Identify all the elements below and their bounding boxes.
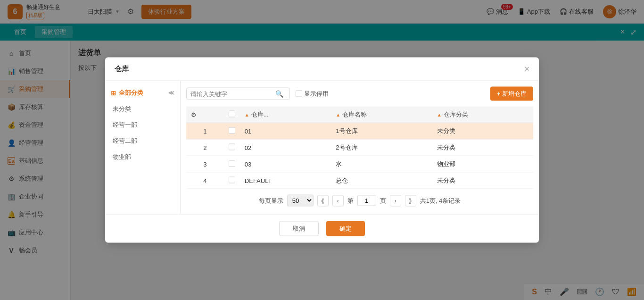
last-page-btn[interactable]: ⟫ <box>405 195 416 206</box>
modal-footer: 取消 确定 <box>105 214 539 243</box>
row-index: 2 <box>186 139 224 156</box>
row-check-cell <box>224 123 240 139</box>
page-label: 第 <box>347 196 354 205</box>
warehouse-table: ⚙ ▲仓库... ▲仓库名称 ▲仓库分类 1 01 1号仓库 未分类 2 <box>186 107 533 189</box>
category-item-uncategorized[interactable]: 未分类 <box>105 101 180 117</box>
row-name-3: 水 <box>331 156 432 172</box>
modal-header: 仓库 × <box>105 58 539 81</box>
grid-icon: ⊞ <box>111 89 116 96</box>
row-checkbox-4[interactable] <box>229 176 235 183</box>
table-row[interactable]: 3 03 水 物业部 <box>186 156 533 172</box>
category-all[interactable]: ⊞ 全部分类 ≪ <box>105 85 180 101</box>
modal-title: 仓库 <box>115 65 129 74</box>
page-unit: 页 <box>380 196 386 205</box>
pagination: 每页显示 50 100 ⟪ ‹ 第 页 › ⟫ 共1页, 4条记录 <box>186 189 533 208</box>
first-page-btn[interactable]: ⟪ <box>317 195 329 206</box>
modal-close-button[interactable]: × <box>524 64 529 74</box>
row-check-cell <box>224 156 240 172</box>
show-disabled-checkbox[interactable]: 显示停用 <box>296 90 329 98</box>
category-item-operations1[interactable]: 经营一部 <box>105 117 180 133</box>
per-page-label: 每页显示 <box>259 196 283 205</box>
col-check <box>224 107 240 123</box>
next-page-btn[interactable]: › <box>390 195 401 206</box>
per-page-select[interactable]: 50 100 <box>287 195 314 207</box>
select-all-checkbox[interactable] <box>229 110 235 117</box>
search-box[interactable]: 🔍 <box>186 88 290 100</box>
col-category: ▲仓库分类 <box>432 107 533 123</box>
category-all-label: 全部分类 <box>119 89 143 97</box>
category-panel: ⊞ 全部分类 ≪ 未分类 经营一部 经营二部 物业部 <box>105 81 181 214</box>
row-index: 4 <box>186 172 224 189</box>
table-row[interactable]: 4 DEFAULT 总仓 未分类 <box>186 172 533 189</box>
row-code-2: 02 <box>240 139 331 156</box>
row-checkbox-2[interactable] <box>229 143 235 150</box>
row-category-3: 物业部 <box>432 156 533 172</box>
table-row[interactable]: 1 01 1号仓库 未分类 <box>186 123 533 139</box>
category-collapse-icon[interactable]: ≪ <box>168 90 174 96</box>
page-number-input[interactable] <box>357 195 376 206</box>
row-checkbox-1[interactable] <box>229 127 235 133</box>
row-code-4: DEFAULT <box>240 172 331 189</box>
disabled-checkbox[interactable] <box>296 91 302 97</box>
col-name: ▲仓库名称 <box>331 107 432 123</box>
row-index: 1 <box>186 123 224 139</box>
show-disabled-label: 显示停用 <box>304 90 329 98</box>
row-category-1: 未分类 <box>432 123 533 139</box>
table-panel: 🔍 显示停用 + 新增仓库 ⚙ <box>181 81 539 214</box>
table-toolbar: 🔍 显示停用 + 新增仓库 <box>186 87 533 101</box>
confirm-button[interactable]: 确定 <box>326 221 365 236</box>
modal-body: ⊞ 全部分类 ≪ 未分类 经营一部 经营二部 物业部 🔍 显示停用 <box>105 81 539 214</box>
table-row[interactable]: 2 02 2号仓库 未分类 <box>186 139 533 156</box>
row-check-cell <box>224 139 240 156</box>
category-item-operations2[interactable]: 经营二部 <box>105 133 180 149</box>
row-checkbox-3[interactable] <box>229 160 235 167</box>
row-check-cell <box>224 172 240 189</box>
add-warehouse-button[interactable]: + 新增仓库 <box>490 87 533 101</box>
col-code: ▲仓库... <box>240 107 331 123</box>
table-container: ⚙ ▲仓库... ▲仓库名称 ▲仓库分类 1 01 1号仓库 未分类 2 <box>186 107 533 189</box>
row-name-1: 1号仓库 <box>331 123 432 139</box>
row-category-4: 未分类 <box>432 172 533 189</box>
row-name-4: 总仓 <box>331 172 432 189</box>
warehouse-modal: 仓库 × ⊞ 全部分类 ≪ 未分类 经营一部 经营二部 物业部 <box>105 58 539 243</box>
pagination-summary: 共1页, 4条记录 <box>420 196 461 205</box>
row-name-2: 2号仓库 <box>331 139 432 156</box>
row-category-2: 未分类 <box>432 139 533 156</box>
row-code-3: 03 <box>240 156 331 172</box>
cancel-button[interactable]: 取消 <box>279 221 319 236</box>
row-code-1: 01 <box>240 123 331 139</box>
prev-page-btn[interactable]: ‹ <box>332 195 344 206</box>
category-item-property[interactable]: 物业部 <box>105 149 180 165</box>
row-index: 3 <box>186 156 224 172</box>
search-icon[interactable]: 🔍 <box>275 90 283 98</box>
search-input[interactable] <box>190 90 275 97</box>
col-gear: ⚙ <box>186 107 224 123</box>
